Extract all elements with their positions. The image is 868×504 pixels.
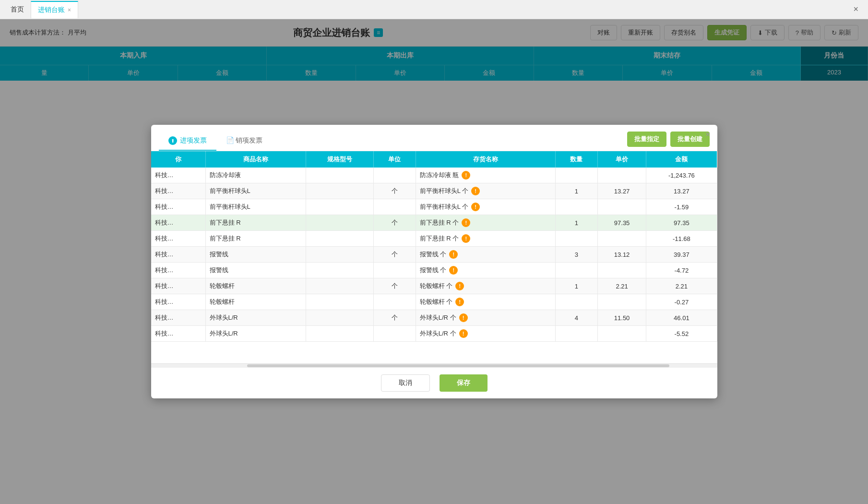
cell-quantity: 1 xyxy=(555,278,597,294)
table-row: 科技… 前下悬挂 R 前下悬挂 R 个 ! -11.68 xyxy=(151,231,717,247)
warning-icon: ! xyxy=(462,234,470,243)
tab-bar: 首页 进销台账 × × xyxy=(0,0,868,19)
cell-quantity: 4 xyxy=(555,310,597,326)
cell-unit-price xyxy=(597,168,646,183)
cell-company: 科技… xyxy=(151,199,206,215)
tab-input-invoice[interactable]: ⬆ 进项发票 xyxy=(159,132,216,151)
cell-product: 轮毂螺杆 xyxy=(205,294,306,310)
cell-product: 外球头L/R xyxy=(205,326,306,342)
cell-unit xyxy=(373,199,416,215)
cell-stock: 外球头L/R 个 ! xyxy=(416,310,555,326)
cell-unit-price xyxy=(597,326,646,342)
cell-spec xyxy=(306,231,373,247)
cell-quantity xyxy=(555,294,597,310)
stock-name-text: 报警线 个 xyxy=(420,250,447,259)
cell-spec xyxy=(306,183,373,199)
cell-amount: 13.27 xyxy=(646,183,717,199)
warning-icon: ! xyxy=(471,203,480,211)
cell-amount: -4.72 xyxy=(646,263,717,278)
dialog-close-button[interactable]: × xyxy=(705,130,711,140)
cell-unit: 个 xyxy=(373,247,416,263)
table-row: 科技… 轮毂螺杆 个 轮毂螺杆 个 ! 1 2.21 2.21 xyxy=(151,278,717,294)
dialog-table-container[interactable]: 你 商品名称 规格型号 单位 存货名称 数量 单价 金额 科技… 防冻冷却液 xyxy=(151,151,717,363)
cell-company: 科技… xyxy=(151,326,206,342)
cell-amount: 46.01 xyxy=(646,310,717,326)
cell-unit-price xyxy=(597,294,646,310)
cell-stock: 前平衡杆球头L 个 ! xyxy=(416,199,555,215)
table-row: 科技… 轮毂螺杆 轮毂螺杆 个 ! -0.27 xyxy=(151,294,717,310)
cell-amount: 2.21 xyxy=(646,278,717,294)
cell-unit-price: 13.12 xyxy=(597,247,646,263)
tab-ledger[interactable]: 进销台账 × xyxy=(31,1,78,18)
horizontal-scrollbar[interactable] xyxy=(151,363,717,367)
col-header-price: 单价 xyxy=(597,151,646,168)
dialog-footer: 取消 保存 xyxy=(151,367,717,398)
main-area: 销售成本计算方法： 月平均 商贸企业进销台账 ≡ 对账 重新开账 存货别名 生成… xyxy=(0,19,868,504)
cell-quantity xyxy=(555,231,597,247)
warning-icon: ! xyxy=(459,313,468,322)
warning-icon: ! xyxy=(462,218,470,227)
cell-stock: 前平衡杆球头L 个 ! xyxy=(416,183,555,199)
cell-product: 防冻冷却液 xyxy=(205,168,306,183)
cell-product: 前平衡杆球头L xyxy=(205,183,306,199)
cell-unit: 个 xyxy=(373,183,416,199)
dialog-overlay: ⬆ 进项发票 📄 销项发票 批量指定 批量创建 × 你 xyxy=(0,19,868,504)
cell-spec xyxy=(306,310,373,326)
cell-company: 科技… xyxy=(151,294,206,310)
table-row: 科技… 防冻冷却液 防冻冷却液 瓶 ! -1,243.76 xyxy=(151,168,717,183)
col-header-company: 你 xyxy=(151,151,206,168)
output-invoice-icon: 📄 xyxy=(226,136,234,144)
col-header-product: 商品名称 xyxy=(205,151,306,168)
col-header-amount: 金额 xyxy=(646,151,717,168)
table-row: 科技… 报警线 个 报警线 个 ! 3 13.12 39.37 xyxy=(151,247,717,263)
cell-unit-price: 97.35 xyxy=(597,215,646,231)
dialog-action-buttons: 批量指定 批量创建 xyxy=(627,132,710,151)
cell-amount: 39.37 xyxy=(646,247,717,263)
stock-name-text: 轮毂螺杆 个 xyxy=(420,282,453,290)
cell-unit xyxy=(373,231,416,247)
col-header-unit: 单位 xyxy=(373,151,416,168)
col-header-qty: 数量 xyxy=(555,151,597,168)
cell-quantity: 1 xyxy=(555,183,597,199)
stock-name-text: 防冻冷却液 瓶 xyxy=(420,171,459,180)
cell-company: 科技… xyxy=(151,183,206,199)
cell-stock: 外球头L/R 个 ! xyxy=(416,326,555,342)
cell-stock: 轮毂螺杆 个 ! xyxy=(416,294,555,310)
cell-company: 科技… xyxy=(151,278,206,294)
save-button[interactable]: 保存 xyxy=(440,374,488,392)
cell-unit-price: 2.21 xyxy=(597,278,646,294)
table-row: 科技… 前下悬挂 R 个 前下悬挂 R 个 ! 1 97.35 97.35 xyxy=(151,215,717,231)
cell-company: 科技… xyxy=(151,263,206,278)
input-invoice-icon: ⬆ xyxy=(168,136,177,145)
stock-name-text: 外球头L/R 个 xyxy=(420,313,456,322)
cell-company: 科技… xyxy=(151,215,206,231)
batch-create-button[interactable]: 批量创建 xyxy=(670,132,710,147)
cell-amount: 97.35 xyxy=(646,215,717,231)
window-close-button[interactable]: × xyxy=(847,4,864,14)
cell-spec xyxy=(306,263,373,278)
cell-quantity xyxy=(555,326,597,342)
col-header-spec: 规格型号 xyxy=(306,151,373,168)
tab-close-icon[interactable]: × xyxy=(68,7,71,13)
stock-name-text: 轮毂螺杆 个 xyxy=(420,298,453,306)
cell-product: 报警线 xyxy=(205,263,306,278)
cell-spec xyxy=(306,215,373,231)
tab-output-invoice[interactable]: 📄 销项发票 xyxy=(216,132,273,151)
tab-home[interactable]: 首页 xyxy=(4,1,31,18)
dialog-header: ⬆ 进项发票 📄 销项发票 批量指定 批量创建 × xyxy=(151,125,717,151)
stock-name-text: 报警线 个 xyxy=(420,266,447,275)
cell-spec xyxy=(306,326,373,342)
cell-product: 前下悬挂 R xyxy=(205,231,306,247)
cell-unit xyxy=(373,326,416,342)
cell-stock: 前下悬挂 R 个 ! xyxy=(416,215,555,231)
batch-assign-button[interactable]: 批量指定 xyxy=(627,132,666,147)
cell-quantity: 1 xyxy=(555,215,597,231)
cell-unit xyxy=(373,294,416,310)
table-header-row: 你 商品名称 规格型号 单位 存货名称 数量 单价 金额 xyxy=(151,151,717,168)
cell-unit-price xyxy=(597,199,646,215)
stock-name-text: 前平衡杆球头L 个 xyxy=(420,187,468,195)
cell-unit-price: 11.50 xyxy=(597,310,646,326)
warning-icon: ! xyxy=(455,282,464,290)
cancel-button[interactable]: 取消 xyxy=(381,374,430,392)
cell-spec xyxy=(306,247,373,263)
